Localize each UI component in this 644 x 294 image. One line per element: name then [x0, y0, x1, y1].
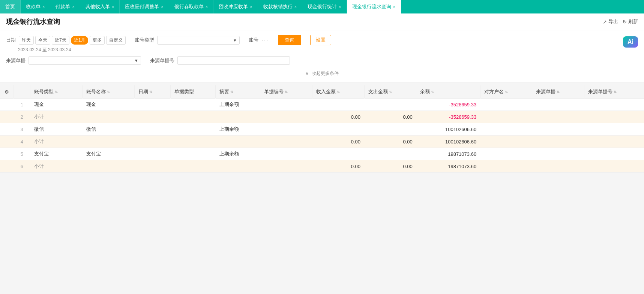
nav-close-icon[interactable]: × [42, 4, 45, 9]
nav-close-icon[interactable]: × [112, 4, 114, 9]
account-type-select[interactable]: ▾ [157, 36, 240, 45]
sort-icon-doc_no: ⇅ [285, 90, 288, 94]
nav-item-cash-stat[interactable]: 现金银行统计× [302, 0, 347, 13]
date-btn-more[interactable]: 更多 [90, 36, 105, 45]
nav-close-icon[interactable]: × [339, 4, 341, 9]
table-row: 6小计0.000.0019871073.60 [0, 160, 644, 173]
ai-badge[interactable]: Ai [623, 36, 638, 48]
account-filter-group: 账号 ··· [249, 37, 269, 43]
filter-area: 日期 昨天今天近7天近1月更多自定义 账号类型 ▾ 账号 ··· 查询 设置 2… [0, 30, 644, 82]
table-wrap: ⚙账号类型⇅账号名称⇅日期⇅单据类型摘要⇅单据编号⇅收入金额⇅支出金额⇅余额⇅对… [0, 85, 644, 173]
page-header: 现金银行流水查询 ↗ 导出 ↻ 刷新 [0, 13, 644, 30]
collapse-label: 收起更多条件 [312, 71, 339, 76]
nav-item-receipt-verify[interactable]: 收款核销执行× [258, 0, 302, 13]
date-range-display: 2023-02-24 至 2023-03-24 [18, 47, 71, 52]
nav-item-home[interactable]: 首页 [0, 0, 21, 13]
account-type-label: 账号类型 [135, 37, 154, 43]
source-doc-no-input[interactable] [181, 58, 287, 63]
date-buttons: 昨天今天近7天近1月更多自定义 [19, 36, 126, 45]
nav-close-icon[interactable]: × [294, 4, 297, 9]
collapse-icon: ∧ [305, 71, 309, 76]
sort-icon-expense: ⇅ [389, 90, 392, 94]
col-header-num [14, 85, 30, 98]
account-label: 账号 [249, 37, 258, 43]
cell-account-type: 小计 [30, 136, 83, 148]
data-table: ⚙账号类型⇅账号名称⇅日期⇅单据类型摘要⇅单据编号⇅收入金额⇅支出金额⇅余额⇅对… [0, 85, 644, 173]
col-header-balance[interactable]: 余额⇅ [416, 85, 480, 98]
date-btn-custom[interactable]: 自定义 [106, 36, 126, 45]
sort-icon-source_doc_no: ⇅ [614, 90, 617, 94]
nav-item-ar-ap-adjust[interactable]: 应收应付调整单× [120, 0, 169, 13]
table-header-row: ⚙账号类型⇅账号名称⇅日期⇅单据类型摘要⇅单据编号⇅收入金额⇅支出金额⇅余额⇅对… [0, 85, 644, 98]
collapse-bar[interactable]: ∧ 收起更多条件 [6, 69, 638, 80]
table-row: 5支付宝支付宝上期余额19871073.60 [0, 148, 644, 160]
query-button[interactable]: 查询 [278, 35, 301, 45]
cell-account-type: 支付宝 [30, 148, 83, 160]
date-btn-month1[interactable]: 近1月 [71, 36, 89, 45]
filter-row-2: 来源单据 ▾ 来源单据号 [6, 56, 638, 65]
account-dots[interactable]: ··· [261, 37, 269, 43]
nav-close-icon[interactable]: × [206, 4, 208, 9]
date-btn-yesterday[interactable]: 昨天 [19, 36, 34, 45]
nav-close-icon[interactable]: × [161, 4, 163, 9]
col-header-account_type[interactable]: 账号类型⇅ [30, 85, 83, 98]
date-btn-week[interactable]: 近7天 [52, 36, 69, 45]
cell-account-type: 现金 [30, 98, 83, 111]
nav-item-prepay[interactable]: 预收冲应收单× [213, 0, 258, 13]
col-header-source_doc_no[interactable]: 来源单据号⇅ [584, 85, 644, 98]
page-title: 现金银行流水查询 [6, 17, 60, 26]
nav-item-receipt[interactable]: 收款单× [21, 0, 50, 13]
refresh-icon: ↻ [623, 19, 627, 25]
nav-item-cash-flow[interactable]: 现金银行流水查询× [347, 0, 401, 13]
nav-item-bank-deposit[interactable]: 银行存取款单× [169, 0, 213, 13]
cell-account-type: 小计 [30, 160, 83, 173]
col-header-account_name[interactable]: 账号名称⇅ [83, 85, 135, 98]
col-header-date[interactable]: 日期⇅ [134, 85, 170, 98]
nav-close-icon[interactable]: × [72, 4, 74, 9]
sort-icon-account_type: ⇅ [55, 90, 58, 94]
chevron-down-icon: ▾ [234, 37, 236, 43]
source-doc-filter-group: 来源单据 ▾ [6, 56, 141, 65]
col-header-summary[interactable]: 摘要⇅ [216, 85, 260, 98]
export-button[interactable]: ↗ 导出 [603, 18, 618, 25]
nav-item-payment[interactable]: 付款单× [50, 0, 80, 13]
sort-icon-income: ⇅ [337, 90, 340, 94]
refresh-button[interactable]: ↻ 刷新 [623, 18, 638, 25]
source-doc-no-filter-group: 来源单据号 [150, 56, 290, 65]
cell-account-type: 小计 [30, 111, 83, 123]
account-type-filter-group: 账号类型 ▾ [135, 36, 240, 45]
nav-item-other-income[interactable]: 其他收入单× [80, 0, 120, 13]
chevron-down-icon2: ▾ [135, 58, 138, 63]
col-header-counterpart[interactable]: 对方户名⇅ [480, 85, 532, 98]
nav-close-icon[interactable]: × [393, 4, 395, 9]
cell-account-type: 微信 [30, 123, 83, 136]
source-doc-select[interactable]: ▾ [29, 56, 141, 65]
date-filter-group: 日期 昨天今天近7天近1月更多自定义 [6, 36, 126, 45]
table-row: 3微信微信上期余额100102606.60 [0, 123, 644, 136]
table-row: 2小计0.000.00-3528659.33 [0, 111, 644, 123]
source-doc-label: 来源单据 [6, 57, 26, 64]
col-header-expense[interactable]: 支出金额⇅ [364, 85, 416, 98]
col-header-doc_no[interactable]: 单据编号⇅ [260, 85, 312, 98]
sort-icon-balance: ⇅ [431, 90, 434, 94]
header-actions: ↗ 导出 ↻ 刷新 [603, 18, 638, 25]
col-header-income[interactable]: 收入金额⇅ [312, 85, 364, 98]
col-header-doc_type: 单据类型 [170, 85, 216, 98]
settings-button[interactable]: 设置 [310, 35, 331, 45]
export-icon: ↗ [603, 19, 607, 25]
date-btn-today[interactable]: 今天 [35, 36, 50, 45]
source-doc-no-input-wrap [177, 56, 290, 65]
nav-close-icon[interactable]: × [250, 4, 252, 9]
col-header-source_doc[interactable]: 来源单据⇅ [532, 85, 584, 98]
top-nav: 首页收款单×付款单×其他收入单×应收应付调整单×银行存取款单×预收冲应收单×收款… [0, 0, 644, 13]
filter-row-1: 日期 昨天今天近7天近1月更多自定义 账号类型 ▾ 账号 ··· 查询 设置 [6, 35, 638, 45]
table-row: 4小计0.000.00100102606.60 [0, 136, 644, 148]
date-label: 日期 [6, 37, 16, 43]
sort-icon-source_doc: ⇅ [557, 90, 560, 94]
table-row: 1现金现金上期余额-3528659.33 [0, 98, 644, 111]
sort-icon-counterpart: ⇅ [505, 90, 508, 94]
source-doc-no-label: 来源单据号 [150, 57, 174, 64]
sort-icon-summary: ⇅ [230, 90, 233, 94]
sort-icon-date: ⇅ [149, 90, 152, 94]
col-header-gear: ⚙ [0, 85, 14, 98]
